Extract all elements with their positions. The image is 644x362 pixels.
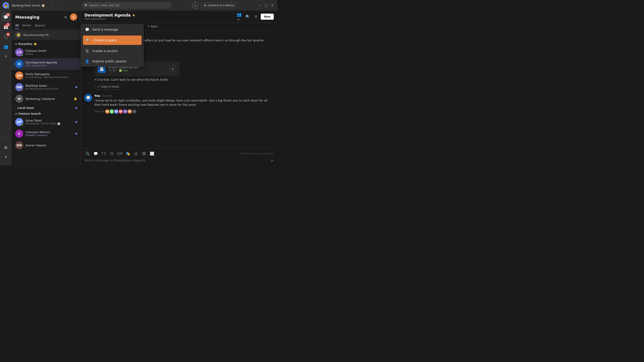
channel-star-icon[interactable]: ★ — [132, 13, 135, 17]
recommended-icon: ⭐ — [15, 32, 22, 38]
rail-item-calendar[interactable]: 📅 1 — [1, 22, 10, 31]
channel-header: Development Agenda ★ ENG Deployment 👥+ 🔍… — [81, 11, 277, 23]
reactions-button[interactable]: 🎭 — [125, 150, 131, 157]
attach-button[interactable]: 📎 — [84, 150, 91, 157]
emily-status — [21, 77, 23, 79]
create-space-label: Create a space — [93, 38, 117, 42]
chat-item-marketing[interactable]: M Marketing Collateral 🔔 — [12, 93, 81, 105]
dev-agenda-info: Development Agenda ENG Deployment — [26, 61, 77, 67]
dropdown-create-section[interactable]: ☰ Create a section — [81, 46, 143, 56]
gif-button[interactable]: GIF — [117, 150, 123, 157]
create-space-icon: 🔍 — [86, 38, 90, 43]
common-metrics-sub: Usability research — [26, 134, 73, 137]
channel-title: Development Agenda ★ — [84, 13, 135, 17]
channel-title-area: Development Agenda ★ ENG Deployment — [84, 13, 135, 20]
marketing-info: Marketing Collateral — [26, 97, 72, 100]
matthew-sub: Do Not Disturb until 16:00 — [26, 87, 73, 90]
local-team-chevron: › — [15, 107, 16, 109]
chat-item-dev-agenda[interactable]: D Development Agenda ENG Deployment — [12, 58, 81, 70]
sidebar-list: ▼ Favorites ⭐ CS Clarissa Smith Active — [12, 40, 81, 165]
recommended-row[interactable]: ⭐ Recommended M — [12, 30, 81, 40]
search-channel-button[interactable]: 🔍 — [245, 14, 251, 20]
user-online-dot — [8, 7, 9, 9]
tab-add-apps[interactable]: + Apps — [145, 23, 160, 30]
maximize-button[interactable]: □ — [264, 3, 268, 7]
app-window: 👩 Working from home 🏠 ‹ › 🔍 Search, meet… — [0, 0, 277, 165]
rail-item-help[interactable]: ? — [1, 153, 10, 162]
send-message-label: Send a message — [92, 28, 118, 31]
common-metrics-avatar: C — [15, 130, 23, 138]
close-button[interactable]: ✕ — [270, 3, 274, 7]
local-team-section-header[interactable]: › Local team — [12, 105, 81, 110]
favorites-section-header[interactable]: ▼ Favorites ⭐ — [12, 41, 81, 46]
search-bar[interactable]: 🔍 Search, meet, and call — [82, 2, 171, 9]
clarissa-status — [21, 54, 23, 56]
recommended-text: Recommended M — [23, 33, 48, 37]
add-button[interactable]: + — [192, 2, 198, 8]
message-input-area: 📎 💬 T↕ 😊 GIF 🎭 @ 🖼 ⬜ Shift + Enter for a… — [81, 148, 277, 165]
feature-launch-section-header[interactable]: ▼ Feature launch — [12, 110, 81, 116]
screen-share-button[interactable]: ⬜ — [149, 150, 155, 157]
rail-bottom: ⚙ ? — [1, 143, 10, 164]
marketing-name: Marketing Collateral — [26, 97, 72, 100]
nav-forward[interactable]: › — [56, 3, 61, 8]
create-section-label: Create a section — [92, 49, 118, 53]
chat-item-umar[interactable]: UP Umar Patel Presenting • At the office… — [12, 116, 81, 128]
sidebar-add-button[interactable]: + — [70, 13, 77, 20]
connect-device-button[interactable]: 🖥 Connect to a device — [201, 3, 237, 8]
meet-button[interactable]: Meet — [261, 14, 274, 20]
local-team-badge — [75, 107, 77, 109]
chat-item-clarissa[interactable]: CS Clarissa Smith Active — [12, 46, 81, 58]
sidebar-filter-button[interactable]: ≡ — [62, 14, 69, 20]
tab-spaces[interactable]: Spaces — [35, 22, 45, 29]
minimize-button[interactable]: ─ — [258, 3, 262, 7]
rail-item-calls[interactable]: 📞 1 — [1, 32, 10, 41]
sidebar-header: Messaging ≡ + — [12, 11, 81, 22]
channel-header-actions: 👥+ 🔍 ⚙ Meet — [236, 14, 274, 20]
reply-thread-button[interactable]: ↩ Reply to thread — [94, 84, 122, 90]
rail-item-settings[interactable]: ⚙ — [1, 143, 10, 152]
download-button[interactable]: ↓ — [169, 65, 176, 72]
dropdown-explore-spaces[interactable]: 👤 Explore public spaces — [81, 56, 143, 66]
tab-all[interactable]: All — [15, 22, 19, 29]
activity-icon: ⚡ — [4, 54, 8, 59]
message-input[interactable] — [84, 159, 268, 162]
dev-agenda-avatar: D — [15, 60, 23, 68]
chat-item-matthew[interactable]: MB Matthew Baker Do Not Disturb until 16… — [12, 81, 81, 93]
nav-back[interactable]: ‹ — [50, 3, 55, 8]
image-button[interactable]: 🖼 — [141, 150, 147, 157]
rail-item-people[interactable]: 👥 — [1, 42, 10, 51]
chat-item-darren[interactable]: DO Darren Owens — [12, 139, 81, 151]
settings-channel-button[interactable]: ⚙ — [253, 14, 259, 20]
mute-icon: 🔔 — [74, 97, 77, 100]
you-msg-time: 8:30 AM — [102, 94, 112, 97]
thread-button[interactable]: 💬 — [92, 150, 99, 157]
chat-item-common-metrics[interactable]: C Common Metrics Usability research — [12, 128, 81, 139]
text-format-button[interactable]: T↕ — [100, 150, 107, 157]
calls-badge: 1 — [6, 33, 10, 36]
dropdown-send-message[interactable]: 💬 Send a message — [81, 24, 143, 35]
tab-direct[interactable]: Direct — [22, 22, 31, 29]
matthew-status — [21, 89, 23, 91]
reply-icon: ↩ — [97, 85, 100, 88]
create-section-icon: ☰ — [85, 48, 90, 53]
chat-item-emily[interactable]: EN Emily Nakagawa In a meeting • Working… — [12, 70, 81, 81]
dropdown-create-space[interactable]: 🔍 Create a space — [83, 35, 142, 45]
channel-subtitle: ENG Deployment — [84, 17, 135, 20]
umar-avatar: UP — [15, 118, 23, 126]
mention-button[interactable]: @ — [133, 150, 139, 157]
monitor-icon: 🖥 — [204, 4, 206, 7]
emoji-button[interactable]: 😊 — [109, 150, 115, 157]
send-button[interactable]: ➤ — [270, 158, 274, 163]
chat-badge: 5 — [6, 13, 10, 16]
add-member-button[interactable]: 👥+ — [236, 14, 243, 20]
rail-item-chat[interactable]: 💬 5 — [1, 12, 10, 21]
reply-thread-label: Reply to thread — [101, 85, 119, 88]
emily-sub: In a meeting • Working from home — [26, 76, 77, 79]
seen-avatars: EN JL UP AK CS DO +2 — [106, 109, 137, 114]
rail-item-more[interactable]: ··· — [1, 133, 10, 142]
rail-item-activity[interactable]: ⚡ — [1, 52, 10, 61]
search-placeholder: Search, meet, and call — [89, 4, 120, 7]
message-you: 💬 You 8:30 AM I know we're on tight sche… — [84, 94, 274, 114]
seen-label: Seen by — [94, 110, 104, 113]
